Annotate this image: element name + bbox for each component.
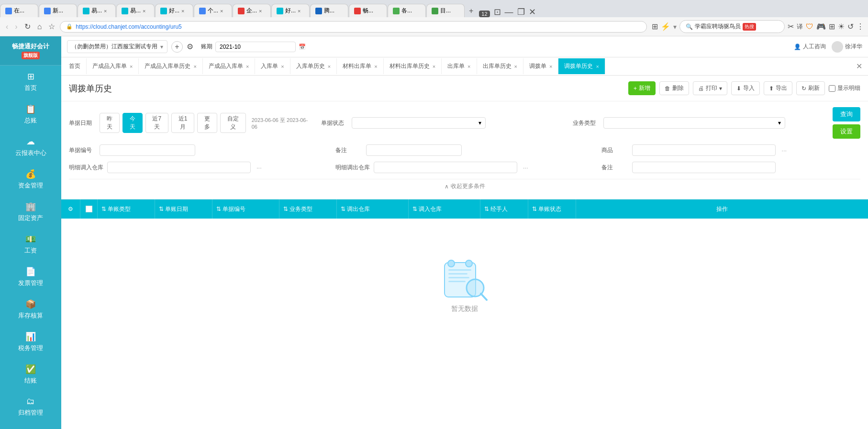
remark-input[interactable] xyxy=(366,144,462,156)
browser-tab-3[interactable]: 易... × xyxy=(78,4,116,17)
extension1-icon[interactable]: 🛡 xyxy=(806,22,813,31)
th-operator[interactable]: ⇅ 经手人 xyxy=(480,199,528,219)
menu-icon[interactable]: ⋮ xyxy=(857,22,864,31)
page-tab-material-out-hist[interactable]: 材料出库单历史 × xyxy=(384,58,442,74)
user-profile-button[interactable]: 徐泽华 xyxy=(832,41,862,53)
th-from-warehouse[interactable]: ⇅ 调出仓库 xyxy=(337,199,409,219)
sidebar-item-archive[interactable]: 🗂 归档管理 xyxy=(0,391,61,423)
tab-close-4[interactable]: × xyxy=(143,8,145,14)
page-tab-close-5[interactable]: × xyxy=(328,64,331,69)
game-icon[interactable]: 🎮 xyxy=(816,22,826,31)
browser-tab-10[interactable]: 畅... xyxy=(349,4,387,17)
th-number[interactable]: ⇅ 单据编号 xyxy=(212,199,279,219)
page-tab-material-out[interactable]: 材料出库单 × xyxy=(337,58,383,74)
night-icon[interactable]: ☀ xyxy=(838,22,845,31)
boost-icon[interactable]: ⚡ xyxy=(661,22,670,31)
to-warehouse-input[interactable] xyxy=(374,162,517,173)
date-7days-btn[interactable]: 近7天 xyxy=(145,113,168,133)
page-tab-close-4[interactable]: × xyxy=(281,64,284,69)
page-tab-close-8[interactable]: × xyxy=(467,64,470,69)
filter-settings-button[interactable]: 设置 xyxy=(833,124,860,139)
date-more-btn[interactable]: 更多 xyxy=(197,113,217,133)
from-warehouse-input[interactable] xyxy=(107,162,251,173)
browser-tab-11[interactable]: 各... xyxy=(388,4,426,17)
page-tab-transfer[interactable]: 调拨单 × xyxy=(523,58,558,74)
import-button[interactable]: ⬇ 导入 xyxy=(731,81,760,95)
sidebar-item-home[interactable]: ⊞ 首页 xyxy=(0,66,61,98)
page-tab-out-order[interactable]: 出库单 × xyxy=(442,58,477,74)
browser-tab-4[interactable]: 易... × xyxy=(116,4,155,17)
page-tab-close-10[interactable]: × xyxy=(549,64,552,69)
goods-input[interactable] xyxy=(632,144,776,156)
page-tab-in-order[interactable]: 入库单 × xyxy=(255,58,290,74)
date-1month-btn[interactable]: 近1月 xyxy=(171,113,194,133)
company-selector[interactable]: （勿删勿禁用）江西服宝测试专用 ▾ xyxy=(67,40,167,53)
status-select[interactable]: ▾ xyxy=(352,117,486,129)
minimize-icon[interactable]: — xyxy=(505,7,513,17)
collapse-button[interactable]: ∧ 收起更多条件 xyxy=(69,179,860,193)
address-bar[interactable]: 🔒 https://cloud.chanjet.com/accounting/u… xyxy=(60,21,647,33)
page-tab-finished-goods-in2[interactable]: 产成品入库单 × xyxy=(203,58,255,74)
query-button[interactable]: 查询 xyxy=(833,107,860,121)
sidebar-item-fund-management[interactable]: 💰 资金管理 xyxy=(0,163,61,196)
th-biz-type[interactable]: ⇅ 业务类型 xyxy=(279,199,337,219)
maximize-icon[interactable]: ❐ xyxy=(517,7,525,17)
th-checkbox[interactable] xyxy=(80,199,98,219)
page-tab-close-6[interactable]: × xyxy=(374,64,377,69)
page-tab-close-3[interactable]: × xyxy=(246,64,249,69)
page-tab-close-7[interactable]: × xyxy=(433,64,435,69)
th-date[interactable]: ⇅ 单账日期 xyxy=(155,199,212,219)
sidebar-item-cloud-reports[interactable]: ☁ 云报表中心 xyxy=(0,131,61,163)
back-button[interactable]: ‹ xyxy=(4,21,10,33)
from-warehouse-more-icon[interactable]: ··· xyxy=(256,164,262,171)
delete-button[interactable]: 🗑 删除 xyxy=(659,81,689,95)
sidebar-item-basic-settings[interactable]: ⚙ 基础设置 xyxy=(0,423,61,429)
browser-tab-5[interactable]: 好... × xyxy=(155,4,193,17)
number-input[interactable] xyxy=(100,144,195,156)
page-tab-in-order-hist[interactable]: 入库单历史 × xyxy=(290,58,337,74)
forward-button[interactable]: › xyxy=(13,21,19,33)
new-record-button[interactable]: + 新增 xyxy=(628,81,656,95)
expand-address-icon[interactable]: ▾ xyxy=(673,23,677,31)
browser-tab-1[interactable]: 在... xyxy=(0,4,38,17)
browser-tab-9[interactable]: 腾... xyxy=(310,4,348,17)
new-tab-button[interactable]: + xyxy=(465,5,477,17)
extensions-icon[interactable]: ⊞ xyxy=(652,22,658,31)
tab-close-8[interactable]: × xyxy=(298,8,300,14)
export-button[interactable]: ⬆ 导出 xyxy=(764,81,792,95)
period-input[interactable] xyxy=(215,42,296,52)
sidebar-item-fixed-assets[interactable]: 🏢 固定资产 xyxy=(0,196,61,228)
sidebar-item-invoice[interactable]: 📄 发票管理 xyxy=(0,261,61,293)
sidebar-item-tax[interactable]: 📊 税务管理 xyxy=(0,326,61,358)
browser-search-bar[interactable]: 🔍 学霸应聘场驱鸟员 热搜 xyxy=(679,20,785,33)
page-tab-out-order-hist[interactable]: 出库单历史 × xyxy=(477,58,523,74)
tab-close-6[interactable]: × xyxy=(220,8,223,14)
company-settings-icon[interactable]: ⚙ xyxy=(187,42,193,51)
browser-tab-7[interactable]: 企... × xyxy=(233,4,271,17)
page-tab-close-9[interactable]: × xyxy=(514,64,517,69)
browser-tab-2[interactable]: 新... xyxy=(39,4,77,17)
page-tab-close-2[interactable]: × xyxy=(193,64,196,69)
close-browser-icon[interactable]: ✕ xyxy=(529,7,536,17)
history-icon[interactable]: ↺ xyxy=(847,22,854,31)
tab-close-7[interactable]: × xyxy=(259,8,262,14)
sidebar-item-payroll[interactable]: 💵 工资 xyxy=(0,228,61,261)
close-all-tabs-button[interactable]: ✕ xyxy=(852,60,866,73)
browser-tab-6[interactable]: 个... × xyxy=(194,4,232,17)
display-toggle-checkbox[interactable] xyxy=(829,85,835,92)
date-custom-btn[interactable]: 自定义 xyxy=(220,113,246,133)
tab-close-5[interactable]: × xyxy=(181,8,184,14)
tab-close-3[interactable]: × xyxy=(104,8,107,14)
goods-more-icon[interactable]: ··· xyxy=(781,147,787,154)
sidebar-item-inventory[interactable]: 📦 库存核算 xyxy=(0,293,61,326)
add-company-button[interactable]: + xyxy=(171,41,183,53)
page-tab-finished-goods-in-hist[interactable]: 产成品入库单历史 × xyxy=(139,58,202,74)
home-button[interactable]: ⌂ xyxy=(35,21,44,33)
select-all-checkbox[interactable] xyxy=(86,206,92,212)
sidebar-item-general-ledger[interactable]: 📋 总账 xyxy=(0,98,61,131)
browser-tab-8[interactable]: 好... × xyxy=(271,4,310,17)
tab-manage-icon[interactable]: ⊡ xyxy=(494,7,501,17)
date-today-btn[interactable]: 今天 xyxy=(122,113,143,133)
bookmark-button[interactable]: ☆ xyxy=(46,20,57,33)
sidebar-item-close-account[interactable]: ✅ 结账 xyxy=(0,358,61,391)
